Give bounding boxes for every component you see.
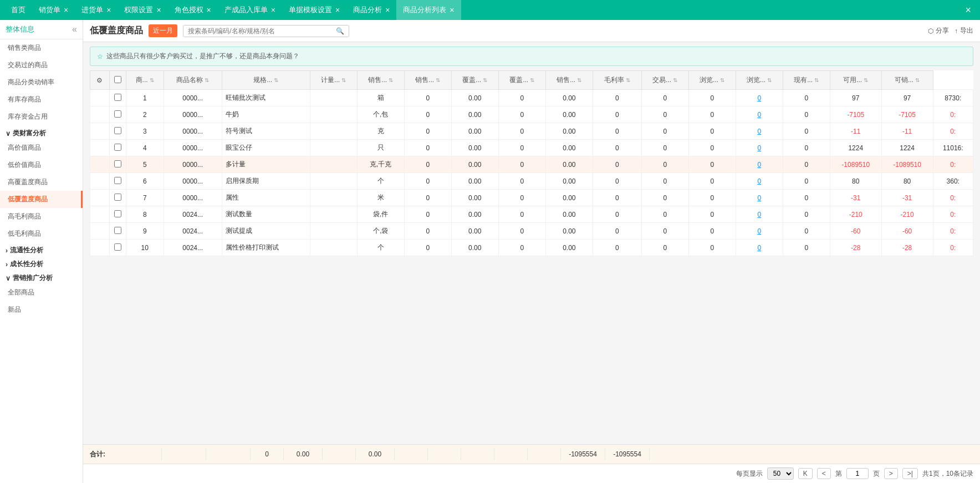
row-browse1-8[interactable]: 0 [736,223,783,240]
row-code-0: 1 [126,90,164,106]
page-size-select[interactable]: 50 [767,467,794,480]
row-checkbox-5[interactable] [109,173,126,190]
sidebar-group-growth[interactable]: › 成长性分析 [0,256,83,270]
col-checkbox[interactable] [109,71,126,90]
search-input[interactable] [188,27,334,35]
nav-product-analysis-list[interactable]: 商品分析列表 × [396,0,461,20]
row-checkbox-6[interactable] [109,190,126,206]
row-coverage2-0: 0.00 [545,90,593,106]
row-checkbox-3[interactable] [109,140,126,156]
date-filter-button[interactable]: 近一月 [149,24,177,37]
row-checkbox-0[interactable] [109,90,126,106]
nav-roles-close[interactable]: × [207,0,211,20]
row-spec-9 [310,240,357,256]
row-gross-rate-4: 0 [641,156,688,173]
nav-roles[interactable]: 角色授权 × [168,0,218,20]
search-icon[interactable]: 🔍 [336,27,344,35]
nav-template[interactable]: 单据模板设置 × [282,0,346,20]
first-page-button[interactable]: K [798,468,813,479]
row-no-1: 0000... [164,106,222,123]
row-browse2-9: 0 [783,240,830,256]
row-current-8: -60 [830,223,881,240]
export-button[interactable]: ↑ 导出 [955,26,973,35]
row-browse1-2[interactable]: 0 [736,123,783,140]
sidebar-collapse-button[interactable]: « [72,24,77,34]
row-code-9: 10 [126,240,164,256]
sidebar-group-wealth-arrow: ∨ [6,130,11,138]
row-available-3: 1224 [881,140,933,156]
row-name-3: 眼宝公仔 [222,140,310,156]
sidebar-item-low-value[interactable]: 低价值商品 [0,156,83,174]
row-checkbox-8[interactable] [109,223,126,240]
row-settings-9 [90,240,110,256]
row-checkbox-4[interactable] [109,156,126,173]
row-coverage1-0: 0 [498,90,545,106]
nav-sales[interactable]: 销货单 × [32,0,75,20]
row-checkbox-9[interactable] [109,240,126,256]
select-all-checkbox[interactable] [114,76,121,83]
row-name-7: 测试数量 [222,206,310,223]
sidebar-item-low-margin[interactable]: 低毛利商品 [0,225,83,242]
row-browse2-3: 0 [783,140,830,156]
page-size-label: 每页显示 [736,469,763,479]
last-page-button[interactable]: >| [902,468,918,479]
row-browse1-7[interactable]: 0 [736,206,783,223]
row-browse1-6[interactable]: 0 [736,190,783,206]
nav-product-warehouse-close[interactable]: × [271,0,275,20]
footer-spacer8 [494,448,528,460]
sidebar-item-low-coverage[interactable]: 低覆盖度商品 [0,191,83,208]
row-browse2-5: 0 [783,173,830,190]
row-saleable-5: 360: [933,173,973,190]
row-browse1-9[interactable]: 0 [736,240,783,256]
nav-purchase[interactable]: 进货单 × [75,0,118,20]
sidebar-item-all-products[interactable]: 全部商品 [0,284,83,301]
sidebar-item-sales-products[interactable]: 销售类商品 [0,39,83,57]
nav-product-warehouse[interactable]: 产成品入库单 × [218,0,282,20]
page-number-input[interactable] [846,468,869,479]
row-browse2-8: 0 [783,223,830,240]
row-browse2-4: 0 [783,156,830,173]
sidebar-item-high-margin[interactable]: 高毛利商品 [0,208,83,225]
sidebar-item-traded-products[interactable]: 交易过的商品 [0,57,83,74]
nav-permissions-close[interactable]: × [156,0,161,20]
sidebar-item-category-rate[interactable]: 商品分类动销率 [0,74,83,91]
row-sales-amt-9: 0.00 [451,240,498,256]
prev-page-button[interactable]: < [817,468,831,479]
nav-product-analysis-close[interactable]: × [385,0,390,20]
sidebar-group-wealth[interactable]: ∨ 类财富分析 [0,125,83,139]
row-checkbox-2[interactable] [109,123,126,140]
share-button[interactable]: ⬡ 分享 [928,26,949,35]
sidebar-item-high-coverage[interactable]: 高覆盖度商品 [0,174,83,191]
sidebar-item-high-value[interactable]: 高价值商品 [0,139,83,156]
nav-purchase-close[interactable]: × [106,0,111,20]
col-settings[interactable]: ⚙ [90,71,110,90]
nav-template-close[interactable]: × [335,0,340,20]
row-transaction-1: 0 [688,106,736,123]
row-browse1-4[interactable]: 0 [736,156,783,173]
window-close-button[interactable]: × [961,4,976,16]
table-header-row: ⚙ 商... ⇅ 商品名称 ⇅ 规格... ⇅ 计量... ⇅ 销售... ⇅ … [90,71,973,90]
row-checkbox-1[interactable] [109,106,126,123]
nav-permissions[interactable]: 权限设置 × [118,0,167,20]
sidebar-item-stock-funds[interactable]: 库存资金占用 [0,108,83,125]
sidebar-group-marketing[interactable]: ∨ 营销推广分析 [0,270,83,284]
row-saleable-9: 0: [933,240,973,256]
nav-product-analysis-list-close[interactable]: × [450,0,454,20]
column-settings-icon[interactable]: ⚙ [96,77,103,84]
row-sales-qty-3: 0 [404,140,451,156]
next-page-button[interactable]: > [884,468,898,479]
nav-product-analysis[interactable]: 商品分析 × [346,0,396,20]
nav-sales-close[interactable]: × [64,0,68,20]
row-browse1-1[interactable]: 0 [736,106,783,123]
sidebar-item-in-stock[interactable]: 有库存商品 [0,91,83,108]
sidebar-group-liquidity[interactable]: › 流通性分析 [0,242,83,256]
row-browse1-5[interactable]: 0 [736,173,783,190]
nav-home[interactable]: 首页 [4,0,32,20]
row-gross-rate-1: 0 [641,106,688,123]
sidebar-item-new-products[interactable]: 新品 [0,301,83,318]
row-browse1-3[interactable]: 0 [736,140,783,156]
row-sales-qty-8: 0 [404,223,451,240]
row-coverage1-6: 0 [498,190,545,206]
row-checkbox-7[interactable] [109,206,126,223]
row-browse1-0[interactable]: 0 [736,90,783,106]
